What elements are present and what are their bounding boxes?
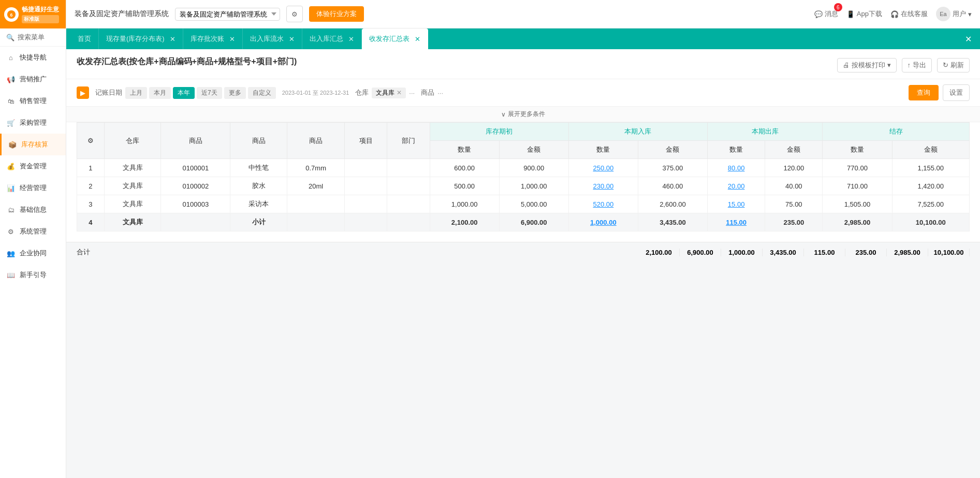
expand-btn[interactable]: ∨ 展开更多条件 bbox=[501, 110, 545, 119]
warehouse-more-btn[interactable]: ··· bbox=[409, 89, 415, 97]
online-service-button[interactable]: 🎧 在线客服 bbox=[890, 9, 928, 19]
date-last-month[interactable]: 上月 bbox=[125, 87, 147, 99]
refresh-button[interactable]: ↻ 刷新 bbox=[937, 58, 970, 73]
cell-seq: 4 bbox=[77, 213, 105, 231]
date-this-year[interactable]: 本年 bbox=[173, 87, 195, 99]
warehouse-filter-label: 仓库 bbox=[355, 88, 369, 97]
sidebar-item-purchase[interactable]: 🛒 采购管理 bbox=[0, 112, 66, 134]
export-icon: ↑ bbox=[908, 61, 911, 69]
main-area: 装备及固定资产辅助管理系统 装备及固定资产辅助管理系统 ⚙ 体验行业方案 💬 6… bbox=[66, 0, 980, 478]
cell-warehouse: 文具库 bbox=[104, 159, 161, 177]
expand-label: 展开更多条件 bbox=[508, 110, 545, 119]
cell-in-qty[interactable]: 230.00 bbox=[568, 177, 638, 195]
sidebar-item-cooperation[interactable]: 👥 企业协同 bbox=[0, 242, 66, 264]
tabbar-close-button[interactable]: ✕ bbox=[961, 34, 976, 44]
warehouse-tag-remove[interactable]: ✕ bbox=[397, 89, 402, 96]
search-label: 搜索菜单 bbox=[18, 33, 45, 42]
cell-in-qty[interactable]: 520.00 bbox=[568, 195, 638, 213]
cell-out-qty[interactable]: 80.00 bbox=[707, 159, 765, 177]
messages-button[interactable]: 💬 6 消息 bbox=[814, 9, 838, 19]
tab-label: 首页 bbox=[78, 34, 91, 44]
settings-button[interactable]: 设置 bbox=[943, 84, 970, 101]
sidebar-item-sales[interactable]: 🛍 销售管理 bbox=[0, 90, 66, 112]
date-filter-label: 记账日期 bbox=[95, 88, 122, 97]
sidebar-item-label: 基础信息 bbox=[20, 205, 47, 214]
cell-out-qty[interactable]: 20.00 bbox=[707, 177, 765, 195]
cell-bal-qty: 710.00 bbox=[823, 177, 892, 195]
col-bal-header: 结存 bbox=[823, 123, 970, 141]
query-button[interactable]: 查询 bbox=[909, 85, 939, 100]
date-this-month[interactable]: 本月 bbox=[149, 87, 171, 99]
cell-out-qty[interactable]: 115.00 bbox=[707, 213, 765, 231]
cell-in-qty[interactable]: 1,000.00 bbox=[568, 213, 638, 231]
cell-in-qty[interactable]: 250.00 bbox=[568, 159, 638, 177]
sidebar-item-marketing[interactable]: 📢 营销推广 bbox=[0, 68, 66, 90]
cart-icon: 🛒 bbox=[6, 118, 16, 127]
cell-spec: 0.7mm bbox=[287, 159, 345, 177]
user-menu[interactable]: Ea 用户 ▾ bbox=[936, 7, 972, 21]
col-in-amt-header: 金额 bbox=[638, 141, 707, 159]
date-last-7[interactable]: 近7天 bbox=[197, 87, 222, 99]
sidebar-item-system[interactable]: ⚙ 系统管理 bbox=[0, 221, 66, 242]
app-download-button[interactable]: 📱 App下载 bbox=[846, 9, 882, 19]
col-settings-header[interactable]: ⚙ bbox=[77, 123, 105, 159]
topbar: 装备及固定资产辅助管理系统 装备及固定资产辅助管理系统 ⚙ 体验行业方案 💬 6… bbox=[66, 0, 980, 28]
date-shortcuts: 上月 本月 本年 近7天 更多 自定义 bbox=[125, 87, 276, 99]
sidebar-item-base[interactable]: 🗂 基础信息 bbox=[0, 199, 66, 221]
search-menu[interactable]: 🔍 搜索菜单 bbox=[0, 28, 66, 47]
warehouse-tag: 文具库 ✕ bbox=[372, 88, 406, 98]
refresh-label: 刷新 bbox=[950, 61, 964, 70]
col-project-header: 项目 bbox=[345, 123, 387, 159]
tab-inventory-dist[interactable]: 现存量(库存分布表) ✕ bbox=[99, 28, 183, 49]
cell-out-qty[interactable]: 15.00 bbox=[707, 195, 765, 213]
expand-more-row[interactable]: ∨ 展开更多条件 bbox=[66, 107, 980, 122]
print-label: 按模板打印 bbox=[852, 61, 885, 70]
export-button[interactable]: ↑ 导出 bbox=[902, 58, 932, 73]
tab-close-icon[interactable]: ✕ bbox=[229, 35, 235, 43]
cell-warehouse: 文具库 bbox=[104, 195, 161, 213]
table-wrap: ⚙ 仓库 商品 商品 商品 项目 部门 库存期初 本期入库 本期出库 结存 bbox=[66, 122, 980, 242]
tab-close-icon[interactable]: ✕ bbox=[170, 35, 175, 43]
filter-toggle-button[interactable]: ▶ bbox=[77, 86, 89, 99]
date-custom[interactable]: 自定义 bbox=[248, 87, 276, 99]
tab-inout-flow[interactable]: 出入库流水 ✕ bbox=[243, 28, 302, 49]
cell-name: 小计 bbox=[230, 213, 287, 231]
table-settings-icon[interactable]: ⚙ bbox=[87, 137, 94, 144]
database-icon: 🗂 bbox=[6, 205, 16, 214]
tab-batch[interactable]: 库存批次账 ✕ bbox=[183, 28, 243, 49]
cell-dept bbox=[387, 159, 430, 177]
filter-actions: 查询 设置 bbox=[909, 84, 970, 101]
sidebar-item-finance[interactable]: 💰 资金管理 bbox=[0, 155, 66, 177]
sidebar-item-guide[interactable]: 📖 新手引导 bbox=[0, 264, 66, 286]
system-selector[interactable]: 装备及固定资产辅助管理系统 bbox=[175, 8, 280, 21]
cell-bal-amt: 1,420.00 bbox=[892, 177, 969, 195]
sidebar-item-operations[interactable]: 📊 经营管理 bbox=[0, 177, 66, 199]
trial-button[interactable]: 体验行业方案 bbox=[309, 6, 364, 22]
goods-more-btn[interactable]: ··· bbox=[437, 89, 443, 97]
tab-close-icon[interactable]: ✕ bbox=[415, 35, 420, 43]
date-filter-section: 记账日期 上月 本月 本年 近7天 更多 自定义 bbox=[95, 87, 276, 99]
sidebar-item-label: 营销推广 bbox=[20, 75, 47, 84]
sidebar-item-label: 企业协同 bbox=[20, 249, 47, 258]
tab-recv-send[interactable]: 收发存汇总表 ✕ bbox=[362, 28, 428, 49]
message-icon: 💬 bbox=[814, 10, 823, 18]
app-tag: 标准版 bbox=[22, 15, 59, 23]
tab-close-icon[interactable]: ✕ bbox=[348, 35, 354, 43]
sidebar-item-inventory[interactable]: 📦 库存核算 bbox=[0, 134, 66, 155]
tab-inout-summary[interactable]: 出入库汇总 ✕ bbox=[302, 28, 362, 49]
gear-button[interactable]: ⚙ bbox=[286, 6, 303, 22]
cell-in-amt: 2,600.00 bbox=[638, 195, 707, 213]
goods-filter-label: 商品 bbox=[421, 88, 434, 97]
date-more[interactable]: 更多 bbox=[224, 87, 246, 99]
sidebar-item-quick[interactable]: ⌂ 快捷导航 bbox=[0, 47, 66, 68]
sidebar-item-label: 资金管理 bbox=[20, 162, 47, 171]
shopping-icon: 🛍 bbox=[6, 96, 16, 106]
table-footer: 合计 2,100.00 6,900.00 1,000.00 3,435.00 1… bbox=[66, 242, 980, 262]
tab-close-icon[interactable]: ✕ bbox=[289, 35, 295, 43]
sidebar-item-label: 销售管理 bbox=[20, 96, 47, 106]
tab-home[interactable]: 首页 bbox=[70, 28, 99, 49]
cell-dept bbox=[387, 177, 430, 195]
footer-out-amt: 235.00 bbox=[845, 249, 887, 256]
cell-code bbox=[161, 213, 230, 231]
print-button[interactable]: 🖨 按模板打印 ▾ bbox=[837, 58, 897, 73]
